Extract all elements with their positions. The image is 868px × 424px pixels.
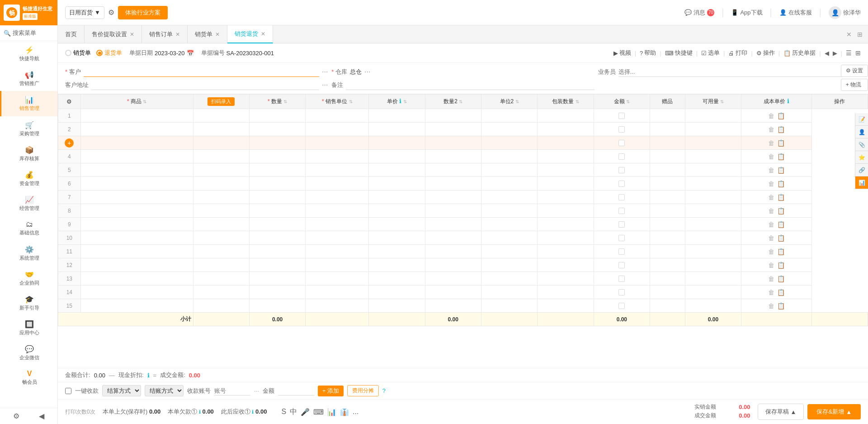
available-cell-3[interactable] <box>650 136 685 150</box>
cost-price-cell-10[interactable] <box>685 231 741 245</box>
table-wrapper[interactable]: ⚙ * 商品 ⇅ 扫码录入 * 数量 ⇅ <box>58 94 868 368</box>
qty-cell-8[interactable] <box>193 204 249 218</box>
unit2-cell-4[interactable] <box>425 150 481 163</box>
qty2-cell-2[interactable] <box>369 123 425 136</box>
pack-qty-cell-4[interactable] <box>481 150 537 163</box>
copy-icon-12[interactable]: 📋 <box>777 262 785 269</box>
delete-icon-12[interactable]: 🗑 <box>768 262 774 269</box>
copy-icon-2[interactable]: 📋 <box>777 126 785 133</box>
qty2-cell-11[interactable] <box>369 245 425 258</box>
amount-cell-13[interactable] <box>538 272 594 286</box>
qty-sort-icon[interactable]: ⇅ <box>283 99 287 104</box>
gift-cell-8[interactable] <box>594 204 650 218</box>
next-btn[interactable]: ▶ <box>833 50 837 57</box>
amount-cell-4[interactable] <box>538 150 594 163</box>
copy-icon-10[interactable]: 📋 <box>777 234 785 242</box>
copy-icon-6[interactable]: 📋 <box>777 180 785 187</box>
qty2-cell-9[interactable] <box>369 218 425 231</box>
qty-cell-4[interactable] <box>193 150 249 163</box>
copy-icon-3[interactable]: 📋 <box>777 139 785 147</box>
sales-unit-cell-14[interactable] <box>249 286 305 299</box>
unit-sort-icon[interactable]: ⇅ <box>349 99 353 104</box>
product-cell-5[interactable] <box>80 163 193 177</box>
pack-qty-cell-14[interactable] <box>481 286 537 299</box>
list-view-icon[interactable]: ☰ <box>846 49 852 57</box>
gift-checkbox-1[interactable] <box>618 113 625 119</box>
cost-price-cell-13[interactable] <box>685 272 741 286</box>
delete-icon-14[interactable]: 🗑 <box>768 289 774 296</box>
prev-btn[interactable]: ◀ <box>825 50 829 57</box>
pack-qty-cell-15[interactable] <box>481 299 537 313</box>
gift-cell-4[interactable] <box>594 150 650 163</box>
unit-price-cell-8[interactable] <box>306 204 369 218</box>
gift-checkbox-9[interactable] <box>618 221 625 228</box>
qty2-cell-13[interactable] <box>369 272 425 286</box>
copy-icon-8[interactable]: 📋 <box>777 207 785 214</box>
tab-home[interactable]: 首页 <box>58 25 85 43</box>
cost-price-cell-15[interactable] <box>685 299 741 313</box>
gift-checkbox-13[interactable] <box>618 276 625 282</box>
pack-qty-cell-2[interactable] <box>481 123 537 136</box>
amount-cell-3[interactable] <box>538 136 594 150</box>
available-cell-8[interactable] <box>650 204 685 218</box>
available-cell-10[interactable] <box>650 231 685 245</box>
gift-checkbox-8[interactable] <box>618 208 625 214</box>
amount-cell-9[interactable] <box>538 218 594 231</box>
cost-price-cell-12[interactable] <box>685 258 741 272</box>
qty2-cell-4[interactable] <box>369 150 425 163</box>
cost-price-cell-4[interactable] <box>685 150 741 163</box>
sidebar-item-basic[interactable]: 🗂 基础信息 <box>0 216 57 240</box>
sales-unit-cell-11[interactable] <box>249 245 305 258</box>
delete-icon-8[interactable]: 🗑 <box>768 207 774 214</box>
qty2-cell-12[interactable] <box>369 258 425 272</box>
available-cell-9[interactable] <box>650 218 685 231</box>
gift-checkbox-4[interactable] <box>618 153 625 160</box>
gift-checkbox-12[interactable] <box>618 262 625 268</box>
pack-qty-cell-7[interactable] <box>481 191 537 204</box>
product-cell-3[interactable] <box>80 136 193 150</box>
qty-cell-7[interactable] <box>193 191 249 204</box>
pack-qty-cell-3[interactable] <box>481 136 537 150</box>
unit2-sort-icon[interactable]: ⇅ <box>515 99 519 104</box>
sales-unit-cell-7[interactable] <box>249 191 305 204</box>
salesperson-input[interactable] <box>618 67 852 77</box>
pack-qty-cell-12[interactable] <box>481 258 537 272</box>
product-cell-13[interactable] <box>80 272 193 286</box>
tool3-icon[interactable]: ⌨ <box>313 408 324 416</box>
available-cell-1[interactable] <box>650 109 685 123</box>
available-cell-6[interactable] <box>650 177 685 191</box>
product-cell-8[interactable] <box>80 204 193 218</box>
qty-cell-12[interactable] <box>193 258 249 272</box>
sidebar-item-newbie[interactable]: 🎓 新手引导 <box>0 291 57 315</box>
copy-icon-7[interactable]: 📋 <box>777 194 785 201</box>
toolbar-operation[interactable]: ⚙ 操作 <box>756 49 775 57</box>
unit-price-cell-4[interactable] <box>306 150 369 163</box>
experience-btn[interactable]: 体验行业方案 <box>118 6 168 19</box>
available-cell-13[interactable] <box>650 272 685 286</box>
pack-qty-cell-1[interactable] <box>481 109 537 123</box>
tab-price-setting[interactable]: 售价提取设置 ✕ <box>85 25 142 43</box>
product-cell-11[interactable] <box>80 245 193 258</box>
gift-cell-14[interactable] <box>594 286 650 299</box>
toolbar-video[interactable]: ▶ 视频 <box>613 49 631 57</box>
qty-cell-10[interactable] <box>193 231 249 245</box>
qty2-cell-14[interactable] <box>369 286 425 299</box>
unit-price-cell-14[interactable] <box>306 286 369 299</box>
product-cell-14[interactable] <box>80 286 193 299</box>
amount-sort-icon[interactable]: ⇅ <box>626 99 630 104</box>
sales-unit-cell-6[interactable] <box>249 177 305 191</box>
qty-cell-5[interactable] <box>193 163 249 177</box>
calc-method-select[interactable]: 结算方式 <box>102 385 141 396</box>
scan-button[interactable]: 扫码录入 <box>208 97 235 106</box>
debt-info-icon[interactable]: ℹ <box>199 409 201 414</box>
th-settings[interactable]: ⚙ <box>58 95 81 109</box>
available-cell-11[interactable] <box>650 245 685 258</box>
qty2-cell-3[interactable] <box>369 136 425 150</box>
unit-price-cell-1[interactable] <box>306 109 369 123</box>
qty-cell-1[interactable] <box>193 109 249 123</box>
notification-item[interactable]: 💬 消息 70 <box>684 9 714 17</box>
price-sort-icon[interactable]: ⇅ <box>403 99 407 104</box>
gift-checkbox-6[interactable] <box>618 181 625 187</box>
unit-price-cell-7[interactable] <box>306 191 369 204</box>
side-panel-item-2[interactable]: 👤 <box>855 126 868 138</box>
